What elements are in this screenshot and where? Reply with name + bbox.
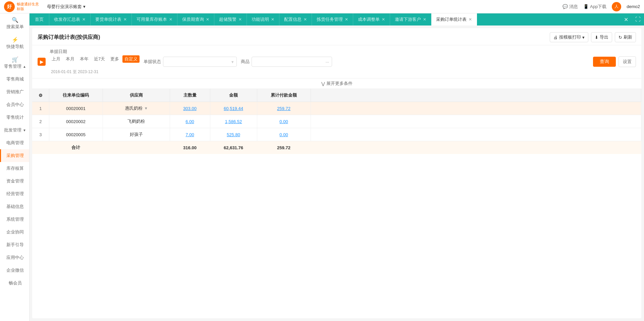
row-amount[interactable]: 60,519.44	[210, 102, 257, 115]
settings-button[interactable]: 设置	[619, 56, 636, 67]
sidebar-item-search[interactable]: 🔍 搜索菜单	[0, 13, 29, 33]
app-download-button[interactable]: 📱 App下载	[583, 4, 606, 10]
sidebar-item-wholesale[interactable]: 批发管理 ▼	[0, 124, 29, 137]
sidebar-item-member2[interactable]: 畅会员	[0, 277, 29, 289]
logo-icon: 好	[4, 1, 15, 12]
top-bar-left: 好 畅捷通好生意 标版 母婴行业演示账套 ▾	[4, 1, 86, 12]
tab-purchase-stats-close[interactable]: ✕	[469, 17, 472, 22]
refresh-button[interactable]: ↻ 刷新	[615, 32, 636, 42]
sidebar-item-ecommerce[interactable]: 电商管理	[0, 137, 29, 149]
date-shortcut-this-year[interactable]: 本年	[78, 55, 91, 63]
sidebar-item-operations[interactable]: 经营管理	[0, 188, 29, 200]
sidebar-item-system[interactable]: 系统管理	[0, 213, 29, 226]
tab-purchase-stats[interactable]: 采购订单统计表 ✕	[431, 13, 477, 25]
message-button[interactable]: 💬 消息	[562, 4, 578, 10]
row-supplier: 惠氏奶粉 ▾	[103, 102, 170, 115]
sidebar-item-retail[interactable]: 🛒 零售管理 ▲	[0, 53, 29, 73]
sidebar-item-appcenter[interactable]: 应用中心	[0, 251, 29, 264]
row-qty[interactable]: 303.00	[170, 102, 210, 115]
tab-overstock[interactable]: 超储预警 ✕	[214, 13, 247, 25]
workspace-selector[interactable]: 母婴行业演示账套 ▾	[47, 4, 86, 10]
footer-empty-1	[32, 141, 49, 154]
settings-icon: ⚙	[39, 93, 43, 98]
tab-invite[interactable]: 邀请下游客户 ✕	[390, 13, 431, 25]
sidebar-item-wechat[interactable]: 企业微信	[0, 264, 29, 277]
row-amount[interactable]: 525.80	[210, 128, 257, 141]
tab-config-close[interactable]: ✕	[304, 17, 307, 22]
tab-config-info[interactable]: 配置信息 ✕	[279, 13, 312, 25]
tab-inventory-book[interactable]: 可用量库存账本 ✕	[132, 13, 177, 25]
row-paid[interactable]: 0.00	[257, 115, 311, 128]
tab-invite-label: 邀请下游客户	[395, 16, 421, 22]
tab-close-all-button[interactable]: ✕	[620, 13, 632, 25]
row-paid[interactable]: 259.72	[257, 102, 311, 115]
footer-extra	[311, 141, 641, 154]
tab-overstock-close[interactable]: ✕	[238, 17, 242, 22]
row-num: 1	[32, 102, 49, 115]
footer-amount: 62,631.76	[210, 141, 257, 154]
sidebar-item-retail-stats[interactable]: 零售统计	[0, 111, 29, 124]
sidebar-item-inventory[interactable]: 库存核算	[0, 162, 29, 175]
tab-home[interactable]: 首页	[30, 13, 49, 25]
goods-filter-group: 商品 ···	[241, 57, 332, 67]
th-paid: 累计付款金额	[257, 89, 311, 102]
tab-cost-adjust[interactable]: 成本调整单 ✕	[353, 13, 390, 25]
tab-func-desc[interactable]: 功能说明 ✕	[247, 13, 279, 25]
row-qty[interactable]: 6.00	[170, 115, 210, 128]
retail-icon: 🛒	[4, 56, 26, 63]
row-amount[interactable]: 1,586.52	[210, 115, 257, 128]
filter-row: ▶ 单据日期 上月 本月 本年 近7天 更多 自定义	[38, 49, 636, 75]
filter-toggle-button[interactable]: ▶	[38, 58, 46, 66]
tab-cost-close[interactable]: ✕	[382, 17, 385, 22]
tab-inventory-book-close[interactable]: ✕	[169, 17, 172, 22]
template-print-button[interactable]: 🖨 按模板打印 ▾	[550, 32, 588, 42]
row-extra	[311, 102, 641, 115]
sidebar-item-purchase[interactable]: 采购管理	[0, 149, 29, 162]
content-area: 首页 收发存汇总表 ✕ 要货单统计表 ✕ 可用量库存账本 ✕ 保质期查询 ✕ 超…	[30, 13, 644, 321]
date-custom-badge[interactable]: 自定义	[122, 55, 140, 63]
sidebar-item-shortcuts[interactable]: ⚡ 快捷导航	[0, 33, 29, 53]
th-settings[interactable]: ⚙	[32, 89, 49, 102]
date-shortcut-7days[interactable]: 近7天	[92, 55, 107, 63]
expand-chevron-icon: ⋁	[321, 81, 325, 86]
sidebar-item-retail-shop[interactable]: 零售商城	[0, 73, 29, 86]
shortcuts-icon: ⚡	[4, 37, 26, 43]
date-shortcut-last-month[interactable]: 上月	[50, 55, 62, 63]
tab-fullscreen-button[interactable]: ⛶	[632, 13, 644, 25]
status-select[interactable]: ▾	[163, 57, 237, 67]
export-button[interactable]: ⬇ 导出	[591, 32, 612, 42]
table-footer-row: 合计 316.00 62,631.76 259.72	[32, 141, 641, 154]
sidebar-item-funds[interactable]: 资金管理	[0, 175, 29, 188]
table-row: 3 00020005 好孩子 7.00 525.80 0.00	[32, 128, 641, 141]
expand-supplier-icon[interactable]: ▾	[145, 106, 147, 111]
data-table: ⚙ 往来单位编码 供应商 主数量 金额 累计付款金额	[32, 89, 641, 154]
tab-goods-stats[interactable]: 要货单统计表 ✕	[91, 13, 132, 25]
tab-expiry-close[interactable]: ✕	[206, 17, 209, 22]
tab-func-close[interactable]: ✕	[271, 17, 274, 22]
sidebar-item-newguide[interactable]: 新手引导	[0, 238, 29, 251]
tab-collect[interactable]: 收发存汇总表 ✕	[49, 13, 91, 25]
sidebar-item-enterprise[interactable]: 企业协同	[0, 226, 29, 238]
expand-conditions-button[interactable]: ⋁ 展开更多条件	[321, 81, 353, 87]
footer-qty: 316.00	[170, 141, 210, 154]
tab-invite-close[interactable]: ✕	[423, 17, 426, 22]
query-button[interactable]: 查询	[593, 57, 616, 67]
tab-func-desc-label: 功能说明	[252, 16, 269, 22]
sidebar-item-basics[interactable]: 基础信息	[0, 200, 29, 213]
th-supplier: 供应商	[103, 89, 170, 102]
date-shortcut-more[interactable]: 更多	[108, 55, 121, 63]
sidebar-item-members[interactable]: 会员中心	[0, 98, 29, 111]
tab-expiry-query[interactable]: 保质期查询 ✕	[177, 13, 214, 25]
sidebar-item-marketing[interactable]: 营销推广	[0, 86, 29, 98]
tab-cost-label: 成本调整单	[358, 16, 380, 22]
row-paid[interactable]: 0.00	[257, 128, 311, 141]
tab-goods-stats-close[interactable]: ✕	[123, 17, 127, 22]
goods-input[interactable]: ···	[252, 57, 332, 67]
tab-collect-close[interactable]: ✕	[82, 17, 86, 22]
tab-pick-close[interactable]: ✕	[345, 17, 348, 22]
tab-pick-task[interactable]: 拣货任务管理 ✕	[312, 13, 353, 25]
th-code: 往来单位编码	[49, 89, 103, 102]
tab-home-label: 首页	[35, 16, 44, 22]
row-qty[interactable]: 7.00	[170, 128, 210, 141]
date-shortcut-this-month[interactable]: 本月	[64, 55, 76, 63]
